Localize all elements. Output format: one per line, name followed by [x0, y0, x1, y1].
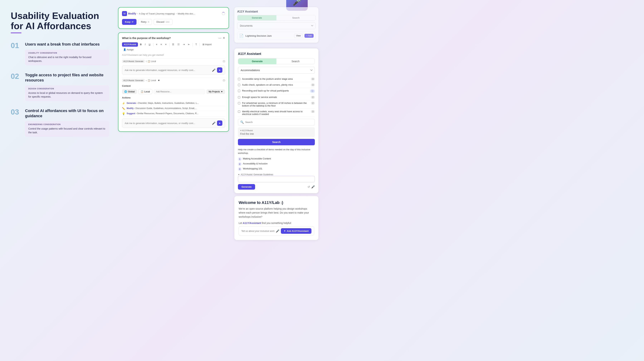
assign-icon: 👤 — [123, 48, 126, 51]
search-icon: 🔍 — [240, 120, 244, 124]
let-brand: A11Y/Assistant — [243, 222, 261, 224]
input-row-1: 🎤 ➤ — [122, 65, 225, 75]
accommodations-dropdown[interactable]: Accommodations Guidelines Resources Chec… — [238, 67, 315, 74]
align-left-button[interactable]: ≡ — [155, 42, 159, 47]
ask-assistant-button[interactable]: ✦ Ask A11Y/Assistant — [281, 228, 312, 234]
bold-button[interactable]: B — [139, 42, 143, 47]
section-02-number: 02 — [11, 72, 22, 101]
search-input[interactable] — [245, 121, 312, 123]
welcome-description: We're an open-source platform helping yo… — [239, 207, 314, 219]
section-03-title: Control AI affordances with UI to focus … — [25, 108, 109, 118]
assistant-main-panel: A11Y Assistant Generate Search Accommoda… — [234, 48, 318, 193]
section-01-number: 01 — [11, 42, 22, 65]
workshop-controls: — ✕ — [218, 36, 225, 40]
doc-icon: 📋 — [148, 60, 150, 62]
generate-bottom-row: Generate ↺ 🎤 — [238, 184, 315, 190]
action-suggest-icon: 💡 — [122, 112, 125, 115]
checklist-item-1: Accessible ramp to the podium and/or sta… — [238, 76, 315, 82]
generate-guidelines-row: ✦ A11Y/Assist: Generate Guidelines — [238, 173, 315, 176]
checklist-checkbox-4[interactable] — [238, 96, 240, 98]
discard-button[interactable]: Discard ESC — [154, 19, 172, 25]
section-03-text: Control the usage patterns with focused … — [28, 127, 106, 134]
generate-input-2[interactable] — [125, 122, 210, 125]
my-projects-dropdown[interactable]: My Projects ▼ — [206, 89, 225, 94]
title-underline — [11, 32, 22, 33]
checklist-checkbox-1[interactable] — [238, 78, 240, 80]
generate-input-1[interactable] — [125, 69, 210, 71]
documents-dropdown[interactable]: Documents — [237, 22, 316, 29]
underline-button[interactable]: U — [148, 42, 152, 47]
modify-icon: M — [122, 11, 127, 16]
retry-button[interactable]: Retry R — [138, 19, 152, 25]
generate-badge: A11Y/Assist: Generate — [122, 60, 145, 63]
doc-item: 📄 Lightning Decision Jam View + Add — [237, 32, 316, 40]
icon-btns: ↺ 🎤 — [308, 185, 315, 189]
checklist-item-4: Enough space for service animals 2 — [238, 94, 315, 100]
assistant-tab-row: Generate Search — [238, 58, 315, 64]
search-btn[interactable]: Search — [238, 139, 315, 145]
section-03-number: 03 — [11, 108, 22, 137]
import-button[interactable]: ⊞ Import — [201, 42, 213, 47]
checklist-checkbox-6[interactable] — [238, 110, 240, 113]
outdent-button[interactable]: ⇤ — [187, 42, 191, 47]
section-01: 01 Users want a break from chat interfac… — [11, 42, 109, 65]
search-tab[interactable]: Search — [276, 58, 315, 64]
left-column: Usability Evaluation for AI Affordances … — [11, 7, 114, 354]
generate-tab[interactable]: Generate — [238, 58, 276, 64]
a11y-assist-button[interactable]: A11Y/Assist — [122, 42, 138, 47]
checklist-checkbox-3[interactable] — [238, 90, 240, 92]
format-button[interactable]: T — [194, 42, 198, 47]
generate-button[interactable]: Generate — [238, 184, 255, 190]
resource-input[interactable] — [154, 89, 205, 94]
list-item-1: 1 Making Accessible Content — [238, 157, 315, 162]
welcome-voice-btn[interactable]: 🎤 — [276, 229, 280, 233]
small-generate-tab[interactable]: Generate — [238, 15, 276, 20]
local-button[interactable]: 📋 Local — [138, 89, 152, 94]
generate-guidelines-input[interactable] — [238, 176, 315, 182]
assistant-documents-panel: A11Y Assistant Generate Search Documents… — [234, 7, 318, 43]
let-text: Let A11Y/Assistant find you something he… — [239, 222, 314, 224]
section-03: 03 Control AI affordances with UI to foc… — [11, 108, 109, 137]
close-button[interactable]: ✕ — [223, 36, 225, 40]
local-expand-btn[interactable]: ▼ — [158, 79, 160, 82]
keep-label: Keep — [125, 20, 130, 23]
ordered-list-button[interactable]: ☷ — [176, 42, 181, 47]
mic-icon-btn[interactable]: 🎤 — [311, 185, 315, 189]
minimize-button[interactable]: — — [218, 36, 221, 40]
action-modify-icon: ✏️ — [122, 107, 125, 110]
indent-button[interactable]: ⇥ — [182, 42, 186, 47]
voice-input-button[interactable]: 🎤 — [212, 68, 216, 72]
modify-breadcrumb: M Modify › A Day of Travel (Journey mapp… — [122, 11, 195, 16]
add-doc-button[interactable]: + Add — [304, 34, 314, 38]
small-search-tab[interactable]: Search — [276, 15, 316, 20]
keep-button[interactable]: Keep ↵ — [122, 19, 136, 25]
section-02-content: Toggle access to project files and websi… — [25, 72, 109, 101]
modify-label: Modify — [128, 12, 136, 15]
badge-count-2: 3 — [311, 83, 315, 86]
checklist-checkbox-2[interactable] — [238, 84, 240, 86]
checklist-checkbox-5[interactable] — [238, 102, 240, 104]
spark-ask-icon: ✦ — [284, 230, 286, 232]
assign-button[interactable]: 👤 Assign — [122, 47, 135, 52]
voice-input-button-2[interactable]: 🎤 — [212, 121, 216, 125]
badge-count-1: 3 — [311, 77, 315, 80]
send-button-2[interactable]: ➤ — [217, 120, 222, 126]
section-02: 02 Toggle access to project files and we… — [11, 72, 109, 101]
align-center-button[interactable]: ≡ — [159, 42, 163, 47]
loading-spinner — [222, 12, 225, 15]
welcome-input[interactable] — [241, 230, 274, 232]
section-03-label: ENGINEERING CONSIDERATION — [28, 123, 106, 125]
retry-shortcut: R — [148, 21, 149, 23]
send-button-1[interactable]: ➤ — [217, 67, 222, 73]
chevron-down-icon: ▼ — [221, 90, 223, 93]
view-doc-button[interactable]: View — [294, 33, 303, 38]
italic-button[interactable]: I — [144, 42, 147, 47]
align-right-button[interactable]: ≡ — [164, 42, 168, 47]
refresh-icon-btn[interactable]: ↺ — [308, 185, 310, 189]
checklist-container: Accessible ramp to the podium and/or sta… — [238, 76, 315, 117]
global-button[interactable]: 🌐 Global — [122, 89, 137, 94]
section-01-label: USABILITY CONSIDERATION — [28, 52, 106, 54]
list-button[interactable]: ☰ — [171, 42, 176, 47]
middle-column: M Modify › A Day of Travel (Journey mapp… — [114, 7, 232, 354]
breadcrumb-arrow-1: › — [137, 12, 138, 15]
